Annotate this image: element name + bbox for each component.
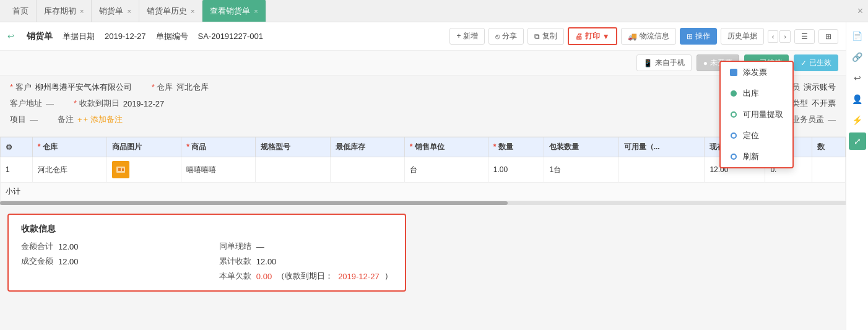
prev-button[interactable]: ‹: [768, 30, 779, 43]
svg-rect-2: [122, 168, 124, 171]
total-value: 12.00: [58, 242, 79, 251]
action-button[interactable]: ⊞ 操作: [680, 28, 717, 45]
copy-label: 复制: [542, 31, 557, 41]
copy-button[interactable]: ⧉ 复制: [527, 28, 564, 45]
due-note-end: ）: [384, 271, 393, 282]
truck-icon: 🚚: [628, 32, 637, 41]
total-label: 金额合计: [21, 241, 53, 252]
col-settings: ⚙: [1, 137, 33, 157]
sidebar-expand-icon[interactable]: ⤢: [849, 132, 866, 150]
due-date-note: 2019-12-27: [338, 272, 380, 281]
add-note-button[interactable]: + + 添加备注: [77, 114, 123, 125]
summary-grid: 金额合计 12.00 同单现结 — 成交金额 12.00 累计收款: [21, 241, 393, 282]
form-row-3: 项目 — 备注 + + 添加备注 业务员孟 —: [10, 114, 836, 125]
dropdown-item-invoice[interactable]: 添发票: [721, 62, 792, 83]
project-label: 项目: [10, 114, 26, 125]
address-field: 客户地址 —: [10, 98, 54, 109]
copy-icon: ⧉: [534, 32, 540, 41]
staff2-value: —: [828, 115, 836, 124]
tab-inventory[interactable]: 库存期初 ×: [37, 0, 92, 22]
view-grid-button[interactable]: ⊞: [818, 29, 838, 44]
add-note-icon: +: [77, 115, 82, 124]
tab-sales-close[interactable]: ×: [127, 7, 131, 15]
cumulative-value: 12.00: [256, 257, 277, 266]
col-spec: 规格型号: [256, 137, 330, 157]
window-close-icon[interactable]: ×: [857, 6, 863, 17]
right-sidebar: 📄 🔗 ↩ 👤 ⚡ ⤢: [846, 22, 868, 330]
sidebar-action-icon[interactable]: ⚡: [849, 111, 866, 129]
effective-button[interactable]: ✓ 已生效: [794, 54, 838, 71]
due-row: 本单欠款 0.00 （收款到期日： 2019-12-27 ）: [219, 271, 393, 282]
toolbar: + 新增 ⎋ 分享 ⧉ 复制 🖨 打印 ▼ 🚚: [449, 27, 838, 45]
add-note-label: + 添加备注: [84, 114, 123, 125]
dropdown-item-refresh[interactable]: 刷新: [721, 146, 792, 167]
sidebar-link-icon[interactable]: 🔗: [849, 48, 866, 66]
history-label: 历史单据: [727, 31, 757, 41]
tab-inventory-close[interactable]: ×: [80, 7, 84, 15]
total-row: 金额合计 12.00: [21, 241, 194, 252]
tab-view-sales[interactable]: 查看销货单 ×: [202, 0, 266, 22]
doc-meta: 单据日期 2019-12-27 单据编号 SA-20191227-001: [63, 31, 263, 42]
logistics-label: 物流信息: [640, 31, 669, 41]
tab-home-label: 首页: [12, 6, 28, 17]
settings-icon[interactable]: ⚙: [6, 143, 12, 152]
table-row: 1 河北仓库: [1, 157, 846, 183]
share-button[interactable]: ⎋ 分享: [488, 28, 524, 45]
staff2-field: 业务员孟 —: [786, 114, 836, 125]
subtotal-label: 小计: [1, 183, 846, 201]
not-open-icon: ●: [703, 59, 708, 67]
main-wrapper: 首页 库存期初 × 销货单 × 销货单历史 × 查看销货单 × × ↩ 销货单: [0, 0, 868, 330]
col-warehouse: 仓库: [32, 137, 106, 157]
due-date-label: 收款到期日: [74, 98, 119, 109]
warehouse-label: 仓库: [152, 82, 173, 93]
dropdown-item-outstock[interactable]: 出库: [721, 83, 792, 104]
dropdown-item-locate[interactable]: 定位: [721, 125, 792, 146]
tab-home[interactable]: 首页: [5, 0, 37, 22]
invoice-icon: [729, 68, 738, 77]
check2-label: 已生效: [809, 58, 831, 68]
tab-view-sales-close[interactable]: ×: [254, 7, 258, 15]
tab-sales-history[interactable]: 销货单历史 ×: [139, 0, 202, 22]
cumulative-row: 累计收款 12.00: [219, 256, 393, 267]
tab-sales-label: 销货单: [99, 6, 123, 17]
new-button[interactable]: + 新增: [449, 28, 484, 45]
tab-sales[interactable]: 销货单 ×: [92, 0, 139, 22]
share-icon: ⎋: [495, 32, 500, 41]
doc-title: 销货单: [27, 31, 53, 42]
logistics-button[interactable]: 🚚 物流信息: [621, 28, 676, 45]
date-label: 单据日期: [63, 31, 95, 42]
view-list-button[interactable]: ☰: [794, 29, 815, 44]
tab-sales-history-close[interactable]: ×: [191, 7, 194, 15]
col-image: 商品图片: [106, 137, 181, 157]
refresh-label: 刷新: [743, 151, 759, 162]
col-unit: 销售单位: [404, 137, 488, 157]
address-label: 客户地址: [10, 98, 42, 109]
available-circle-icon: [731, 111, 737, 118]
col-product: 商品: [181, 137, 256, 157]
due-label: 本单欠款: [219, 271, 251, 282]
sidebar-return-icon[interactable]: ↩: [849, 69, 866, 87]
sidebar-doc-icon[interactable]: 📄: [849, 27, 866, 45]
effective-icon: ✓: [801, 59, 807, 67]
header-bar: ↩ 销货单 单据日期 2019-12-27 单据编号 SA-20191227-0…: [0, 22, 846, 51]
history-button[interactable]: 历史单据: [721, 28, 764, 45]
from-phone-button[interactable]: 📱 来自手机: [636, 54, 692, 71]
nav-arrows: ‹ ›: [768, 30, 791, 43]
grid-icon: ⊞: [687, 32, 693, 41]
tab-view-sales-label: 查看销货单: [210, 6, 250, 17]
dropdown-item-available[interactable]: 可用量提取: [721, 104, 792, 125]
body-area: ↩ 销货单 单据日期 2019-12-27 单据编号 SA-20191227-0…: [0, 22, 868, 330]
row-product: 嘻嘻嘻嘻: [181, 157, 256, 183]
no-value: SA-20191227-001: [198, 32, 264, 41]
project-field: 项目 —: [10, 114, 38, 125]
subtotal-row: 小计: [1, 183, 846, 201]
row-qty: 1.00: [488, 157, 544, 183]
summary-title: 收款信息: [21, 224, 393, 235]
next-button[interactable]: ›: [779, 30, 791, 43]
print-button[interactable]: 🖨 打印 ▼: [568, 27, 617, 45]
sidebar-user-icon[interactable]: 👤: [849, 90, 866, 108]
col-min-stock: 最低库存: [330, 137, 404, 157]
row-unit: 台: [404, 157, 488, 183]
row-available: [618, 157, 705, 183]
outstock-circle-icon: [731, 90, 737, 97]
